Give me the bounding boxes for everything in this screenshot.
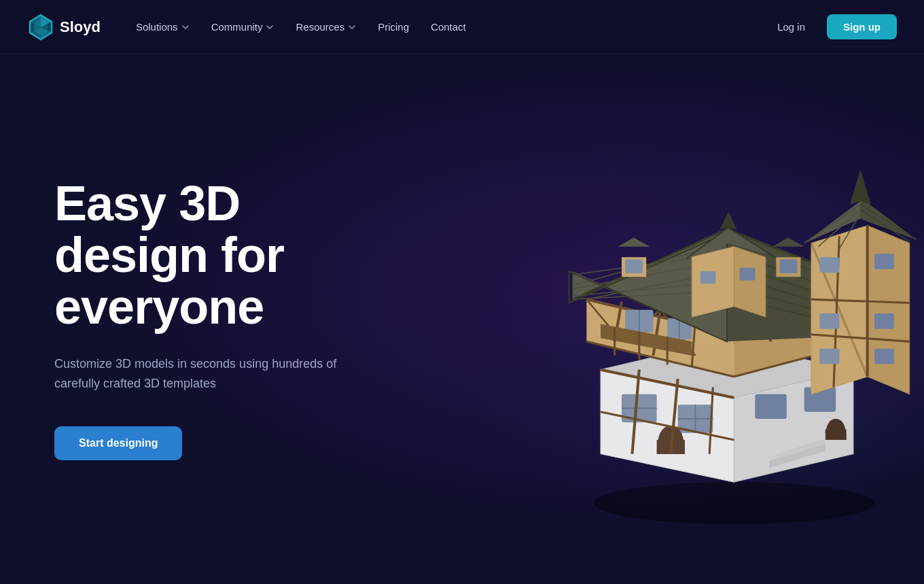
hero-title: Easy 3D design for everyone xyxy=(54,178,367,332)
chevron-down-icon xyxy=(266,23,274,31)
login-button[interactable]: Log in xyxy=(766,16,816,38)
svg-rect-71 xyxy=(780,259,798,273)
svg-rect-84 xyxy=(874,348,894,364)
cta-button[interactable]: Start designing xyxy=(54,426,182,460)
hero-content: Easy 3D design for everyone Customize 3D… xyxy=(0,124,421,460)
nav-item-resources[interactable]: Resources xyxy=(287,16,364,38)
svg-rect-83 xyxy=(819,348,839,364)
svg-rect-68 xyxy=(625,259,643,273)
svg-rect-80 xyxy=(874,254,894,269)
hero-illustration xyxy=(516,103,924,524)
nav-left: Sloyd Solutions Community Resources xyxy=(27,14,474,41)
navbar: Sloyd Solutions Community Resources xyxy=(0,0,924,54)
logo-text: Sloyd xyxy=(60,18,101,36)
nav-item-contact[interactable]: Contact xyxy=(423,16,474,38)
signup-button[interactable]: Sign up xyxy=(827,14,897,39)
svg-rect-79 xyxy=(819,257,839,273)
svg-rect-97 xyxy=(740,267,756,280)
chevron-down-icon xyxy=(181,23,190,31)
svg-rect-96 xyxy=(700,271,716,284)
nav-item-pricing[interactable]: Pricing xyxy=(370,16,417,38)
svg-rect-18 xyxy=(755,394,787,418)
nav-links: Solutions Community Resources Pricing xyxy=(128,16,474,38)
svg-rect-81 xyxy=(819,313,839,329)
chevron-down-icon xyxy=(348,23,356,31)
svg-marker-70 xyxy=(772,237,804,246)
nav-item-community[interactable]: Community xyxy=(203,16,283,38)
svg-rect-22 xyxy=(825,429,847,440)
hero-section: Easy 3D design for everyone Customize 3D… xyxy=(0,0,924,584)
nav-right: Log in Sign up xyxy=(766,14,897,39)
svg-marker-67 xyxy=(618,237,650,246)
logo-icon xyxy=(27,14,54,41)
svg-marker-101 xyxy=(720,211,737,229)
logo[interactable]: Sloyd xyxy=(27,14,101,41)
nav-item-solutions[interactable]: Solutions xyxy=(128,16,198,38)
house-svg xyxy=(516,103,924,524)
svg-point-8 xyxy=(594,482,874,524)
svg-rect-82 xyxy=(874,313,894,329)
svg-marker-95 xyxy=(734,246,766,316)
svg-marker-73 xyxy=(868,225,910,394)
svg-marker-87 xyxy=(850,169,871,205)
hero-subtitle: Customize 3D models in seconds using hun… xyxy=(54,354,340,394)
